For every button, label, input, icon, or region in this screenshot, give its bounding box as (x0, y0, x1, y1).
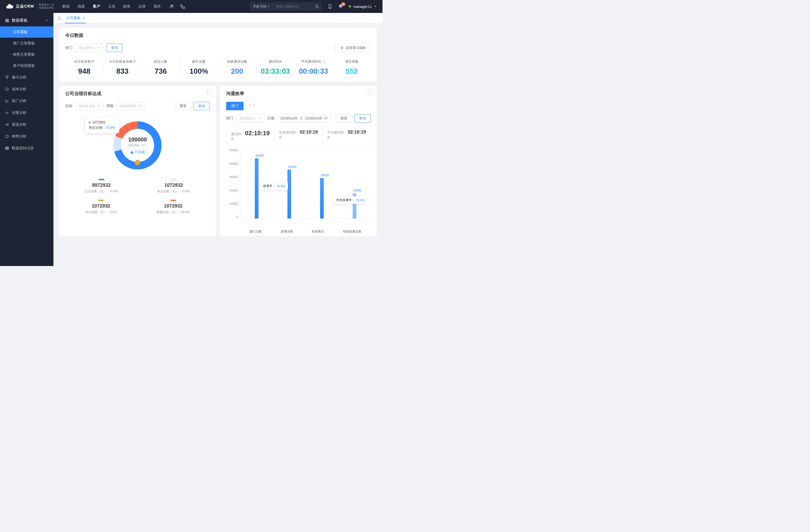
nav-action-icons (169, 4, 185, 9)
svg-point-0 (171, 5, 172, 6)
nav-signup[interactable]: 报名 (153, 4, 161, 9)
pill-dept[interactable]: 部门 (226, 102, 244, 110)
chart-icon (5, 99, 9, 103)
logo[interactable]: 云朵CRM 教育机构一站式服务云平台 (6, 2, 54, 11)
performance-legend: 8972932已完成量（元）|70.9%1072932未完成量（元）|20.9%… (65, 179, 210, 214)
sidebar-item-flow[interactable]: 数据流转记录 (0, 142, 53, 154)
svg-rect-4 (6, 19, 7, 20)
stat-item: 今日有效首咨客户833 (103, 58, 142, 77)
sidebar-item-cost[interactable]: 成本分析 (0, 83, 53, 95)
sidebar-item-company[interactable]: 公司看板 (0, 27, 53, 38)
chevron-down-icon (374, 5, 377, 8)
donut-center: 100000 目标总量（元） 已达成 (128, 136, 147, 154)
sidebar-item-visitor[interactable]: 访客分析 (0, 107, 53, 119)
svg-rect-5 (7, 19, 9, 20)
period-select[interactable]: 请选择周期 (116, 102, 145, 110)
user-menu[interactable]: manager11 (349, 4, 377, 9)
nav-data[interactable]: 数据 (62, 4, 70, 9)
query-button[interactable]: 查询 (354, 114, 371, 122)
comm-time-stats: 通话时长02:10:19有效通话时长02:10:19平均通话时长02:10:19 (226, 127, 371, 145)
svg-point-13 (6, 135, 8, 137)
sidebar-item-account-manager[interactable]: 客户经理看板 (0, 60, 53, 71)
dept-select[interactable]: 请选择部门 (75, 44, 103, 52)
notification-button[interactable]: 5 (338, 4, 343, 9)
nav-leads[interactable]: 线索 (78, 4, 85, 9)
svg-rect-6 (6, 21, 7, 22)
time-stat: 有效通话时长02:10:19 (275, 127, 323, 144)
sidebar-item-channel[interactable]: 渠道分析 (0, 119, 53, 131)
x-label: 有效接通次数 (343, 230, 361, 234)
settings-button[interactable]: 设置显示指标 (335, 44, 371, 52)
comm-pills: 部门 个人 (226, 102, 371, 110)
svg-point-12 (7, 125, 8, 126)
sidebar-item-funnel[interactable]: 漏斗分析 (0, 71, 53, 83)
dept-label: 部门 (65, 45, 72, 50)
svg-rect-15 (6, 148, 9, 148)
search-button[interactable] (312, 4, 322, 9)
stat-item: 回访人数736 (142, 58, 180, 77)
sidebar: 数据看板 公司看板 推广主管看板 销售主管看板 客户经理看板 漏斗分析 成本分析… (0, 13, 53, 266)
sidebar-item-promo[interactable]: 推广分析 (0, 95, 53, 107)
sidebar-item-promo-manager[interactable]: 推广主管看板 (0, 38, 53, 49)
clock-icon (5, 87, 9, 91)
stat-item: 平均通话时长?00:00:33 (294, 58, 333, 77)
target-select[interactable]: 请选择目标 (75, 102, 103, 110)
plot-area: 43000350002900018000 接通率：70.9% 有效接通率：70.… (240, 148, 371, 219)
period-label: 周期 (106, 103, 114, 109)
pill-person[interactable]: 个人 (244, 102, 261, 110)
stat-item: 成交单数552 (333, 58, 371, 77)
performance-filter: 目标 请选择目标 周期 请选择周期 重置 查询 (65, 102, 210, 110)
user-name: manager11 (353, 4, 372, 9)
bar: 43000 (255, 158, 258, 218)
tab-bar: ☰ 公司看板 ✕ (53, 13, 383, 23)
stat-item: 有效通话次数200 (218, 58, 257, 77)
stat-item: 通话时长03:33:03 (256, 58, 294, 77)
reset-button[interactable]: 重置 (336, 114, 352, 122)
header-right-icons: 5 (327, 4, 343, 9)
legend-item: 1072932未完成量（元）|20.9% (157, 179, 190, 194)
time-stat: 通话时长02:10:19 (226, 127, 275, 144)
chevron-down-icon (98, 46, 100, 49)
date-range-input[interactable]: 2018/01/08 至 2018/01/08 (277, 114, 331, 122)
expand-icon[interactable]: ⛶ (207, 91, 210, 95)
search-input[interactable] (273, 2, 312, 11)
info-icon[interactable]: ? (323, 60, 326, 64)
tab-company-board[interactable]: 公司看板 ✕ (65, 13, 86, 23)
phone-icon[interactable] (180, 4, 185, 9)
sidebar-item-sales[interactable]: 销售分析 (0, 131, 53, 142)
close-icon[interactable]: ✕ (82, 16, 85, 20)
share-icon (5, 122, 9, 127)
logo-subtitle: 教育机构一站式服务云平台 (36, 3, 54, 10)
chart-tip-effective-rate: 有效接通率：70.9% (333, 196, 367, 204)
time-stat: 平均通话时长02:10:19 (323, 127, 370, 144)
svg-rect-22 (325, 118, 327, 120)
today-filter-row: 部门 请选择部门 查询 设置显示指标 (65, 44, 371, 52)
target-label: 目标 (65, 103, 72, 109)
chevron-up-icon (46, 19, 48, 22)
top-nav: 数据 线索 客户 公海 财务 运营 报名 (62, 4, 161, 9)
hamburger-icon[interactable]: ☰ (58, 16, 61, 20)
expand-icon[interactable]: ⛶ (368, 91, 371, 95)
add-user-icon[interactable] (169, 4, 174, 9)
sidebar-group-dashboard[interactable]: 数据看板 (0, 15, 53, 27)
comm-title: 沟通效率 (226, 91, 371, 97)
mobile-icon[interactable] (327, 4, 333, 9)
comm-dept-select[interactable]: 请选择部门 (236, 114, 264, 122)
top-bar: 云朵CRM 教育机构一站式服务云平台 数据 线索 客户 公海 财务 运营 报名 … (0, 0, 383, 13)
search-type-select[interactable]: 手机号码 (250, 2, 273, 11)
nav-sea[interactable]: 公海 (108, 4, 115, 9)
query-button[interactable]: 查询 (106, 44, 123, 52)
chart-tip-connect-rate: 接通率：70.9% (260, 182, 288, 190)
nav-operation[interactable]: 运营 (139, 4, 146, 9)
x-axis: 拨打次数接通次数有效通话有效接通次数 (226, 230, 371, 234)
x-label: 有效通话 (312, 230, 324, 234)
sidebar-item-sales-manager[interactable]: 销售主管看板 (0, 49, 53, 60)
nav-customer[interactable]: 客户 (93, 4, 100, 9)
nav-finance[interactable]: 财务 (123, 4, 130, 9)
stat-item: 拨打次数100% (180, 58, 218, 77)
query-button[interactable]: 查询 (194, 102, 210, 110)
svg-rect-7 (7, 21, 9, 22)
calendar-icon (324, 117, 328, 120)
reset-button[interactable]: 重置 (175, 102, 191, 110)
crosshair-icon (5, 134, 9, 138)
